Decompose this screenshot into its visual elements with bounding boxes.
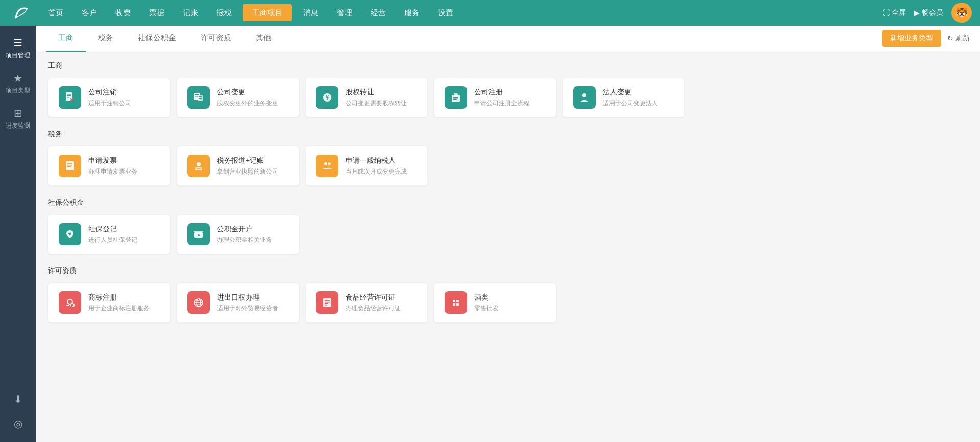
nav-client[interactable]: 客户 (72, 0, 106, 26)
card-desc: 拿到营业执照的新公司 (217, 167, 278, 176)
card-alcohol[interactable]: 酒类 零售批发 (434, 283, 556, 323)
svg-rect-41 (325, 300, 330, 301)
nav-service[interactable]: 服务 (395, 0, 429, 26)
nav-business[interactable]: 工商项目 (243, 4, 292, 21)
svg-rect-44 (325, 305, 327, 306)
cards-grid-tax: 申请发票 办理申请发票业务 税务报道+记账 拿到营业执照的新公司 (48, 146, 968, 186)
project-type-icon: ★ (13, 72, 22, 84)
tabs-header: 工商 税务 社保公积金 许可资质 其他 新增业务类型 ↻ 刷新 (36, 26, 980, 51)
card-tax-report[interactable]: 税务报道+记账 拿到营业执照的新公司 (177, 146, 299, 186)
sidebar-item-project-manage[interactable]: ☰ 项目管理 (0, 31, 36, 66)
tab-tax[interactable]: 税务 (86, 26, 126, 52)
svg-rect-2 (67, 95, 71, 96)
card-general-taxpayer[interactable]: 申请一般纳税人 当月或次月成变更完成 (305, 146, 428, 186)
card-company-cancel[interactable]: 公司注销 适用于注销公司 (48, 78, 170, 117)
card-text: 申请发票 办理申请发票业务 (88, 156, 137, 176)
sidebar-item-progress[interactable]: ⊞ 进度监测 (0, 101, 36, 136)
card-title: 股权转让 (346, 88, 407, 97)
card-equity-transfer[interactable]: ¥ 股权转让 公司变更需要股权转让 (305, 78, 428, 117)
section-gongshang: 工商 公司注销 适用于注销公司 (48, 61, 968, 117)
svg-rect-30 (194, 231, 203, 232)
svg-rect-24 (199, 168, 201, 169)
content-body: 工商 公司注销 适用于注销公司 (36, 51, 980, 442)
tab-business[interactable]: 工商 (46, 26, 86, 52)
svg-rect-1 (67, 94, 71, 95)
nav-tax[interactable]: 报税 (207, 0, 241, 26)
card-trademark[interactable]: R 商标注册 用于企业商标注册服务 (48, 283, 170, 323)
card-desc: 办理申请发票业务 (88, 167, 137, 176)
svg-rect-17 (66, 161, 74, 170)
card-title: 进出口权办理 (217, 293, 278, 302)
card-title: 社保登记 (88, 225, 137, 234)
svg-rect-32 (66, 305, 69, 306)
card-social-insurance[interactable]: 社保登记 进行人员社保登记 (48, 214, 170, 254)
card-text: 股权转让 公司变更需要股权转让 (346, 88, 407, 108)
nav-message[interactable]: 消息 (294, 0, 328, 26)
nav-right: ⛶ 全屏 ▶ 畅会员 🐯 (883, 3, 972, 23)
svg-rect-48 (456, 303, 459, 306)
svg-point-25 (324, 162, 327, 165)
svg-rect-14 (453, 97, 458, 99)
card-title: 公司变更 (217, 88, 278, 97)
sidebar-item-label: 项目管理 (6, 51, 30, 60)
card-title: 食品经营许可证 (346, 293, 401, 302)
nav-home[interactable]: 首页 (39, 0, 72, 26)
sidebar: ☰ 项目管理 ★ 项目类型 ⊞ 进度监测 ⬇ ◎ (0, 26, 36, 442)
card-import-export[interactable]: 进出口权办理 适用于对外贸易经营者 (177, 283, 299, 323)
sidebar-item-project-type[interactable]: ★ 项目类型 (0, 66, 36, 101)
card-desc: 办理公积金相关业务 (217, 236, 272, 244)
svg-rect-40 (323, 298, 331, 307)
card-text: 公司注册 申请公司注册全流程 (474, 88, 529, 108)
card-title: 酒类 (474, 293, 499, 302)
vip-button[interactable]: ▶ 畅会员 (914, 8, 943, 17)
tab-other[interactable]: 其他 (243, 26, 283, 52)
company-change-icon (187, 86, 210, 109)
card-text: 法人变更 适用于公司变更法人 (603, 88, 658, 108)
card-title: 商标注册 (88, 293, 150, 302)
card-desc: 适用于注销公司 (88, 99, 131, 108)
card-title: 法人变更 (603, 88, 658, 97)
svg-text:¥: ¥ (326, 94, 329, 101)
svg-text:R: R (71, 304, 74, 307)
mascot-avatar[interactable]: 🐯 (951, 3, 972, 23)
social-insurance-icon (59, 223, 81, 245)
nav-ticket[interactable]: 票据 (140, 0, 174, 26)
cards-grid-social: 社保登记 进行人员社保登记 公积金开户 办理公积金相关业务 (48, 214, 968, 254)
nav-operation[interactable]: 经营 (361, 0, 395, 26)
card-company-change[interactable]: 公司变更 股权变更外的业务变更 (177, 78, 299, 117)
card-company-register[interactable]: 公司注册 申请公司注册全流程 (434, 78, 556, 117)
refresh-button[interactable]: ↻ 刷新 (947, 34, 970, 43)
tab-social-security[interactable]: 社保公积金 (126, 26, 188, 52)
tax-report-icon (187, 155, 210, 177)
card-desc: 股权变更外的业务变更 (217, 99, 278, 108)
card-legal-change[interactable]: 法人变更 适用于公司变更法人 (562, 78, 685, 117)
sidebar-item-label: 进度监测 (6, 121, 30, 130)
sidebar-download-icon[interactable]: ⬇ (10, 389, 27, 409)
sidebar-settings-icon[interactable]: ◎ (10, 413, 27, 434)
section-title-permit: 许可资质 (48, 266, 968, 276)
vip-label: 畅会员 (922, 8, 943, 17)
tabs-list: 工商 税务 社保公积金 许可资质 其他 (46, 26, 283, 51)
food-permit-icon (316, 291, 338, 314)
card-provident-fund[interactable]: 公积金开户 办理公积金相关业务 (177, 214, 299, 254)
nav-manage[interactable]: 管理 (328, 0, 361, 26)
card-desc: 进行人员社保登记 (88, 236, 137, 244)
fullscreen-button[interactable]: ⛶ 全屏 (883, 8, 906, 17)
card-desc: 申请公司注册全流程 (474, 99, 529, 108)
card-text: 进出口权办理 适用于对外贸易经营者 (217, 293, 278, 313)
card-text: 公司注销 适用于注销公司 (88, 88, 131, 108)
card-title: 公司注册 (474, 88, 529, 97)
card-desc: 办理食品经营许可证 (346, 304, 401, 313)
progress-icon: ⊞ (14, 107, 22, 119)
refresh-icon: ↻ (947, 34, 953, 42)
add-business-type-button[interactable]: 新增业务类型 (882, 30, 941, 47)
section-tax: 税务 申请发票 办理申请发票业务 (48, 130, 968, 186)
tab-permit[interactable]: 许可资质 (188, 26, 243, 52)
nav-settings[interactable]: 设置 (429, 0, 462, 26)
svg-point-26 (328, 162, 331, 165)
card-invoice-apply[interactable]: 申请发票 办理申请发票业务 (48, 146, 170, 186)
nav-accounting[interactable]: 记账 (174, 0, 207, 26)
card-food-permit[interactable]: 食品经营许可证 办理食品经营许可证 (305, 283, 428, 323)
nav-charge[interactable]: 收费 (106, 0, 140, 26)
svg-rect-47 (453, 303, 455, 306)
